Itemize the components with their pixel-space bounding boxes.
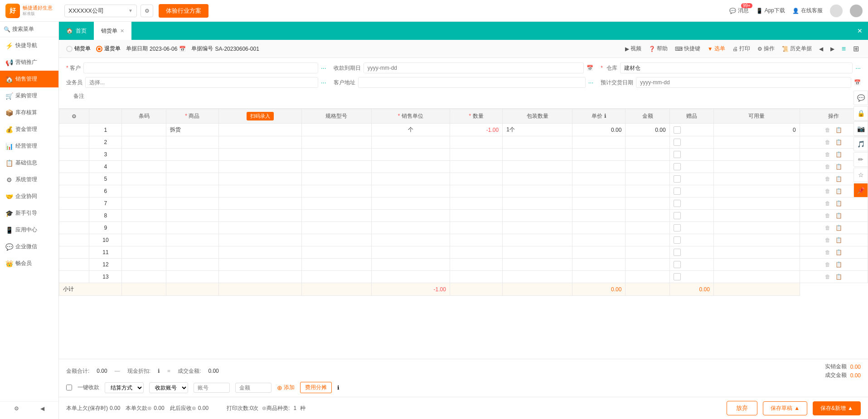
- message-button[interactable]: 💬 消息 99+: [729, 7, 749, 14]
- cell-barcode[interactable]: [122, 234, 166, 246]
- delete-icon[interactable]: 🗑: [825, 176, 830, 182]
- cell-qty[interactable]: [450, 259, 502, 271]
- cell-barcode[interactable]: [122, 259, 166, 271]
- cell-unit[interactable]: [371, 136, 450, 149]
- cell-price[interactable]: [572, 246, 626, 259]
- sidebar-item-sales[interactable]: 🏠 销售管理: [0, 71, 58, 87]
- gift-checkbox[interactable]: [674, 163, 681, 170]
- cell-barcode[interactable]: [122, 173, 166, 185]
- cell-gift[interactable]: [669, 149, 713, 161]
- tab-close-all-icon[interactable]: ✕: [857, 27, 863, 34]
- cell-amount[interactable]: [626, 185, 669, 197]
- add-payment-button[interactable]: ⊕ 添加: [277, 384, 295, 391]
- cell-spec[interactable]: [301, 259, 371, 271]
- sidebar-settings-icon[interactable]: ⚙: [14, 405, 19, 412]
- copy-icon[interactable]: 📋: [835, 274, 842, 280]
- date-calendar-icon[interactable]: 📅: [179, 46, 186, 52]
- cell-gift[interactable]: [669, 161, 713, 173]
- toolbar-list-view[interactable]: ≡: [840, 44, 848, 54]
- cell-unit[interactable]: [371, 173, 450, 185]
- cell-spec[interactable]: [301, 161, 371, 173]
- customer-input[interactable]: [83, 63, 318, 73]
- expected-delivery-input[interactable]: [636, 77, 851, 88]
- gift-checkbox[interactable]: [674, 200, 681, 207]
- gift-checkbox[interactable]: [674, 151, 681, 158]
- cell-barcode[interactable]: [122, 149, 166, 161]
- delete-icon[interactable]: 🗑: [825, 274, 830, 280]
- cell-amount[interactable]: [626, 222, 669, 234]
- sidebar-item-quick-nav[interactable]: ⚡ 快捷导航: [0, 37, 58, 54]
- radio-sales-order[interactable]: 销货单: [66, 45, 91, 53]
- toolbar-print[interactable]: 🖨 打印: [731, 44, 752, 53]
- cell-barcode[interactable]: [122, 185, 166, 197]
- cell-gift[interactable]: [669, 222, 713, 234]
- salesperson-dots-icon[interactable]: ···: [321, 79, 326, 86]
- delete-icon[interactable]: 🗑: [825, 127, 830, 133]
- radio-return-order[interactable]: 退货单: [96, 45, 121, 53]
- float-music[interactable]: 🎵: [853, 137, 868, 151]
- payment-due-input[interactable]: [364, 63, 584, 73]
- cell-qty[interactable]: [450, 161, 502, 173]
- sidebar-item-operations[interactable]: 📊 经营管理: [0, 138, 58, 154]
- warehouse-input[interactable]: [620, 63, 853, 73]
- amount-input[interactable]: [235, 383, 272, 393]
- cell-price[interactable]: [572, 197, 626, 210]
- delivery-calendar-icon[interactable]: 📅: [854, 79, 861, 86]
- cell-spec[interactable]: [301, 149, 371, 161]
- cell-amount[interactable]: [626, 161, 669, 173]
- sidebar-search[interactable]: 🔍 搜索菜单: [0, 22, 58, 37]
- cell-price[interactable]: [572, 210, 626, 222]
- delete-icon[interactable]: 🗑: [825, 237, 830, 243]
- sidebar-item-guide[interactable]: 🎓 新手引导: [0, 205, 58, 222]
- delete-icon[interactable]: 🗑: [825, 200, 830, 207]
- note-input[interactable]: [87, 93, 853, 100]
- cell-gift[interactable]: [669, 210, 713, 222]
- cell-unit[interactable]: [371, 222, 450, 234]
- customer-address-input[interactable]: [358, 77, 586, 88]
- cell-amount[interactable]: [626, 136, 669, 149]
- payment-calendar-icon[interactable]: 📅: [587, 65, 593, 71]
- cell-amount[interactable]: [626, 210, 669, 222]
- sidebar-item-inventory[interactable]: 📦 库存核算: [0, 104, 58, 121]
- cell-product[interactable]: [166, 149, 218, 161]
- toolbar-prev[interactable]: ◀: [817, 45, 825, 53]
- cell-pack-qty[interactable]: [503, 210, 572, 222]
- float-orange[interactable]: 📌: [853, 183, 868, 197]
- copy-icon[interactable]: 📋: [835, 249, 842, 255]
- gift-checkbox[interactable]: [674, 175, 681, 183]
- cell-price[interactable]: [572, 173, 626, 185]
- cell-product[interactable]: 拆货: [166, 124, 218, 136]
- cell-price[interactable]: [572, 271, 626, 283]
- cell-product[interactable]: [166, 161, 218, 173]
- copy-icon[interactable]: 📋: [835, 139, 842, 145]
- copy-icon[interactable]: 📋: [835, 151, 842, 158]
- cell-unit[interactable]: 个: [371, 124, 450, 136]
- cell-product[interactable]: [166, 136, 218, 149]
- cell-spec[interactable]: [301, 124, 371, 136]
- cell-qty[interactable]: [450, 234, 502, 246]
- cell-pack-qty[interactable]: [503, 197, 572, 210]
- gift-checkbox[interactable]: [674, 126, 681, 134]
- copy-icon[interactable]: 📋: [835, 237, 842, 243]
- fee-allocation-button[interactable]: 费用分摊: [300, 382, 332, 393]
- cell-product[interactable]: [166, 210, 218, 222]
- toolbar-next[interactable]: ▶: [829, 45, 836, 53]
- gift-checkbox[interactable]: [674, 224, 681, 231]
- cell-amount[interactable]: [626, 259, 669, 271]
- gift-checkbox[interactable]: [674, 236, 681, 244]
- copy-icon[interactable]: 📋: [835, 261, 842, 268]
- cell-spec[interactable]: [301, 234, 371, 246]
- user-avatar2[interactable]: [850, 5, 863, 17]
- toolbar-video[interactable]: ▶ 视频: [623, 44, 643, 53]
- sidebar-item-wechat[interactable]: 💬 企业微信: [0, 238, 58, 255]
- cell-spec[interactable]: [301, 246, 371, 259]
- copy-icon[interactable]: 📋: [835, 188, 842, 194]
- copy-icon[interactable]: 📋: [835, 212, 842, 219]
- cell-amount[interactable]: [626, 246, 669, 259]
- cell-barcode[interactable]: [122, 136, 166, 149]
- tab-home[interactable]: 🏠 首页: [59, 22, 94, 40]
- cell-unit[interactable]: [371, 185, 450, 197]
- cell-gift[interactable]: [669, 185, 713, 197]
- cell-price[interactable]: [572, 259, 626, 271]
- cell-barcode[interactable]: [122, 161, 166, 173]
